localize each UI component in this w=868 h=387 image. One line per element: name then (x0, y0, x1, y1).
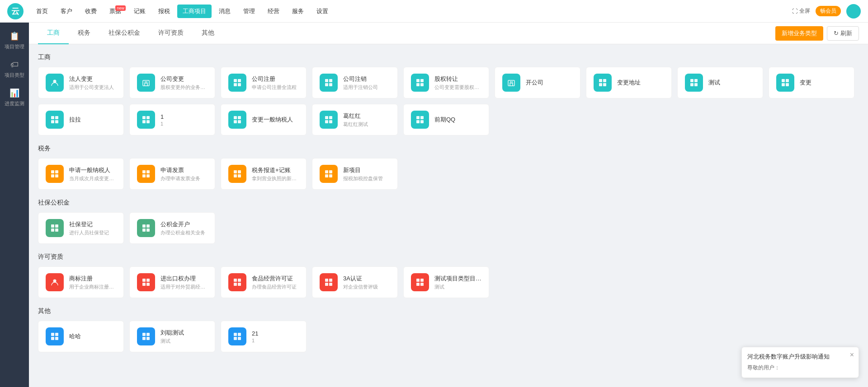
card-股权转让[interactable]: 股权转让 公司变更需要股权转让 (403, 67, 489, 98)
sub-tab-许可资质[interactable]: 许可资质 (149, 23, 193, 44)
card-公司变更[interactable]: 公司变更 股权变更外的业务变更 (129, 67, 215, 98)
svg-rect-7 (238, 83, 241, 86)
svg-rect-57 (142, 174, 146, 177)
svg-rect-98 (142, 337, 146, 340)
card-开公司[interactable]: 开公司 (495, 67, 580, 98)
svg-rect-84 (325, 279, 328, 282)
card-name: 1 (160, 113, 208, 120)
sub-tabs: 工商税务社保公积金许可资质其他 (38, 23, 775, 44)
card-变更地址[interactable]: 变更地址 (586, 67, 672, 98)
svg-rect-59 (234, 170, 237, 173)
sub-tab-其他[interactable]: 其他 (193, 23, 223, 44)
card-变更一般纳税人[interactable]: 变更一般纳税人 (221, 104, 307, 135)
card-desc: 适用于公司变更法人 (69, 84, 116, 91)
svg-rect-51 (51, 170, 54, 173)
card-公司注销[interactable]: 公司注销 适用于注销公司 (312, 67, 398, 98)
cards-grid: 法人变更 适用于公司变更法人 公司变更 股权变更外的业务变更 公司注册 申请公司… (38, 67, 859, 135)
card-1[interactable]: 1 1 (129, 104, 215, 135)
card-icon (320, 273, 338, 291)
sub-tab-工商[interactable]: 工商 (38, 23, 69, 44)
card-拉拉[interactable]: 拉拉 (38, 104, 124, 135)
svg-rect-41 (234, 120, 237, 123)
card-税务报道+记账[interactable]: 税务报道+记账 拿到营业执照的新公司 (221, 158, 307, 190)
nav-item-首页[interactable]: 首页 (31, 5, 53, 18)
nav-item-报税[interactable]: 报税 (153, 5, 175, 18)
card-食品经营许可证[interactable]: 食品经营许可证 办理食品经营许可证 (221, 266, 307, 298)
card-name: 税务报道+记账 (252, 166, 299, 174)
card-name: 测试 (708, 79, 755, 87)
refresh-icon: ↻ (834, 30, 839, 37)
nav-item-服务[interactable]: 服务 (287, 5, 309, 18)
card-测试项目类型目定义[interactable]: 测试项目类型目定义 测试 (403, 266, 489, 298)
nav-item-票据[interactable]: 票据new (104, 5, 127, 18)
card-商标注册[interactable]: 商标注册 用于企业商标注册服务 (38, 266, 124, 298)
nav-item-消息[interactable]: 消息 (213, 5, 236, 18)
card-icon (46, 219, 64, 237)
card-新项目[interactable]: 新项目 报税加税控盘保管 (312, 158, 398, 190)
svg-rect-77 (146, 279, 150, 282)
notification-popup: × 河北税务数字账户升级影响通知 尊敬的用户： (741, 347, 859, 378)
svg-rect-4 (234, 79, 237, 82)
sub-tab-社保公积金[interactable]: 社保公积金 (99, 23, 149, 44)
nav-item-收费[interactable]: 收费 (80, 5, 102, 18)
svg-rect-93 (55, 333, 58, 336)
card-name: 变更一般纳税人 (252, 116, 299, 124)
card-icon (137, 327, 155, 345)
card-21[interactable]: 21 1 (221, 321, 307, 352)
sidebar: 📋 项目管理🏷 项目类型📊 进度监测 (0, 23, 29, 387)
card-进出口权办理[interactable]: 进出口权办理 适用于对外贸易经营者 (129, 266, 215, 298)
card-申请发票[interactable]: 申请发票 办理申请发票业务 (129, 158, 215, 190)
card-name: 公司注册 (252, 75, 299, 83)
card-icon (228, 111, 246, 129)
svg-rect-13 (420, 79, 424, 82)
sidebar-item-进度监测[interactable]: 📊 进度监测 (0, 83, 29, 112)
card-name: 变更地址 (617, 79, 664, 87)
card-info: 公司注册 申请公司注册全流程 (252, 75, 299, 91)
card-社保登记[interactable]: 社保登记 进行人员社保登记 (38, 212, 124, 244)
card-公积金开户[interactable]: 公积金开户 办理公积金相关业务 (129, 212, 215, 244)
card-刘聪测试[interactable]: 刘聪测试 测试 (129, 321, 215, 352)
card-info: 1 1 (160, 113, 208, 126)
nav-item-记账[interactable]: 记账 (128, 5, 151, 18)
fullscreen-icon: ⛶ (792, 8, 797, 14)
svg-rect-58 (146, 174, 150, 177)
card-3A认证[interactable]: 3A认证 对企业信誉评级 (312, 266, 398, 298)
sidebar-item-项目类型[interactable]: 🏷 项目类型 (0, 55, 29, 83)
card-葛红红[interactable]: 葛红红 葛红红测试 (312, 104, 398, 135)
card-测试[interactable]: 测试 (677, 67, 763, 98)
sub-tabs-right: 新增业务类型 ↻ 刷新 (775, 26, 859, 41)
sidebar-item-项目管理[interactable]: 📋 项目管理 (0, 26, 29, 55)
cards-grid: 社保登记 进行人员社保登记 公积金开户 办理公积金相关业务 (38, 212, 859, 244)
svg-rect-49 (416, 120, 420, 123)
notification-close-button[interactable]: × (850, 351, 854, 359)
nav-right: ⛶ 全屏 畅会员 (792, 4, 861, 19)
avatar[interactable] (846, 4, 861, 19)
svg-rect-56 (146, 170, 150, 173)
card-前期QQ[interactable]: 前期QQ (403, 104, 489, 135)
refresh-button[interactable]: ↻ 刷新 (827, 26, 859, 41)
svg-rect-35 (142, 116, 146, 119)
svg-rect-61 (234, 174, 237, 177)
card-icon (137, 111, 155, 129)
card-info: 测试 (708, 79, 755, 87)
nav-item-管理[interactable]: 管理 (238, 5, 260, 18)
nav-item-客户[interactable]: 客户 (55, 5, 78, 18)
nav-item-工商项目[interactable]: 工商项目 (177, 5, 212, 18)
add-business-type-button[interactable]: 新增业务类型 (775, 26, 823, 41)
card-哈哈[interactable]: 哈哈 (38, 321, 124, 352)
content-area: 工商 法人变更 适用于公司变更法人 公司变更 股权变更外的业务变更 公司注册 申… (29, 44, 868, 370)
nav-item-设置[interactable]: 设置 (311, 5, 334, 18)
fullscreen-btn[interactable]: ⛶ 全屏 (792, 7, 810, 15)
vip-button[interactable]: 畅会员 (816, 6, 841, 16)
card-法人变更[interactable]: 法人变更 适用于公司变更法人 (38, 67, 124, 98)
sub-tab-税务[interactable]: 税务 (69, 23, 99, 44)
card-申请一般纳税人[interactable]: 申请一般纳税人 当月或次月成变更完成 (38, 158, 124, 190)
svg-rect-96 (142, 333, 146, 336)
card-name: 社保登记 (69, 220, 116, 228)
card-变更[interactable]: 变更 (769, 67, 854, 98)
card-name: 葛红红 (343, 112, 390, 120)
card-desc: 适用于注销公司 (343, 84, 390, 91)
nav-item-经营[interactable]: 经营 (262, 5, 285, 18)
card-公司注册[interactable]: 公司注册 申请公司注册全流程 (221, 67, 307, 98)
logo[interactable]: 云 (7, 3, 24, 19)
